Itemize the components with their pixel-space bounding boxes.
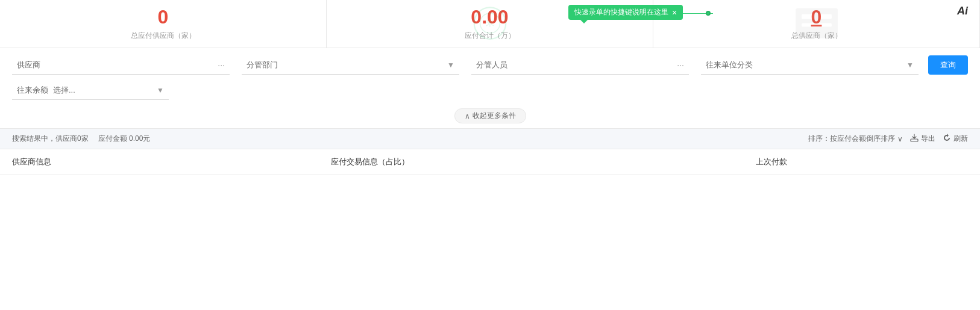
svg-rect-6	[802, 23, 832, 26]
collapse-icon: ∧	[465, 112, 470, 120]
filter-row-2: 往来余额 ▼	[12, 81, 968, 100]
balance-arrow-icon[interactable]: ▼	[157, 86, 164, 95]
department-filter[interactable]: 分管部门 ▼	[242, 55, 459, 75]
department-filter-label: 分管部门	[247, 60, 278, 70]
department-input[interactable]	[283, 60, 445, 69]
total-payable-suppliers-stat: 0 总应付供应商（家）	[0, 0, 327, 48]
supplier-filter[interactable]: 供应商 ···	[12, 55, 230, 75]
unit-category-label: 往来单位分类	[706, 60, 753, 70]
manager-filter[interactable]: 分管人员 ···	[471, 55, 689, 75]
ghost-icon	[793, 5, 841, 43]
shortcut-tooltip: 快速录单的快捷键说明在这里 ×	[568, 5, 683, 20]
manager-input[interactable]	[512, 60, 674, 69]
export-label: 导出	[921, 134, 935, 144]
total-suppliers-stat: 0 总供应商（家）	[653, 0, 980, 48]
col-transaction-header: 应付交易信息（占比）	[331, 157, 756, 167]
balance-input[interactable]	[53, 85, 154, 95]
filter-row-1: 供应商 ··· 分管部门 ▼ 分管人员 ··· 往来单位分类 ▼ 查询	[12, 55, 968, 75]
department-arrow-icon[interactable]: ▼	[447, 61, 454, 69]
supplier-filter-label: 供应商	[17, 60, 40, 70]
sort-label: 排序：按应付会额倒序排序	[808, 134, 895, 144]
unit-category-filter[interactable]: 往来单位分类 ▼	[701, 55, 919, 75]
search-result-label: 搜索结果中，供应商0家	[12, 134, 89, 144]
mint-icon: 米	[472, 5, 508, 43]
filter-section: 供应商 ··· 分管部门 ▼ 分管人员 ··· 往来单位分类 ▼ 查询 往来余额…	[0, 48, 980, 128]
manager-dots[interactable]: ···	[677, 60, 684, 70]
collapse-label: 收起更多条件	[473, 111, 516, 121]
tooltip-close-icon[interactable]: ×	[672, 8, 677, 17]
amount-label: 应付金额 0.00元	[98, 134, 151, 144]
supplier-dots[interactable]: ···	[218, 60, 225, 70]
balance-filter[interactable]: 往来余额 ▼	[12, 81, 169, 100]
sort-selector[interactable]: 排序：按应付会额倒序排序 ∨	[808, 134, 903, 144]
svg-rect-4	[802, 14, 814, 19]
result-bar: 搜索结果中，供应商0家 应付金额 0.00元 排序：按应付会额倒序排序 ∨ 导出…	[0, 128, 980, 149]
unit-category-input[interactable]	[758, 60, 904, 69]
svg-rect-7	[911, 139, 918, 141]
ai-badge: Ai	[957, 5, 968, 17]
table-header: 供应商信息 应付交易信息（占比） 上次付款	[0, 149, 980, 175]
export-button[interactable]: 导出	[910, 134, 935, 144]
table-body	[0, 175, 980, 310]
total-payable-suppliers-value: 0	[158, 7, 169, 28]
refresh-button[interactable]: 刷新	[943, 134, 968, 144]
sort-arrow-icon[interactable]: ∨	[897, 135, 903, 143]
result-actions: 排序：按应付会额倒序排序 ∨ 导出 刷新	[808, 134, 968, 144]
unit-category-arrow-icon[interactable]: ▼	[906, 61, 914, 69]
export-icon	[910, 134, 919, 144]
collapse-button[interactable]: ∧ 收起更多条件	[454, 108, 526, 123]
refresh-icon	[943, 134, 951, 144]
manager-filter-label: 分管人员	[476, 60, 507, 70]
stats-bar: 0 总应付供应商（家） 米 0.00 应付合计（万） 0 总供应商（家）	[0, 0, 980, 48]
col-last-payment-header: 上次付款	[756, 157, 968, 167]
query-button[interactable]: 查询	[928, 55, 968, 75]
result-summary: 搜索结果中，供应商0家 应付金额 0.00元	[12, 134, 150, 144]
shortcut-tooltip-text: 快速录单的快捷键说明在这里	[574, 7, 668, 17]
collapse-bar: ∧ 收起更多条件	[12, 105, 968, 128]
svg-rect-5	[820, 14, 832, 19]
balance-filter-label: 往来余额	[17, 85, 48, 96]
svg-text:米: 米	[486, 19, 494, 28]
refresh-label: 刷新	[953, 134, 968, 144]
supplier-input[interactable]	[45, 60, 215, 69]
tooltip-connector-dot	[706, 11, 711, 16]
col-supplier-info-header: 供应商信息	[12, 157, 331, 167]
total-payable-suppliers-label: 总应付供应商（家）	[131, 31, 196, 41]
